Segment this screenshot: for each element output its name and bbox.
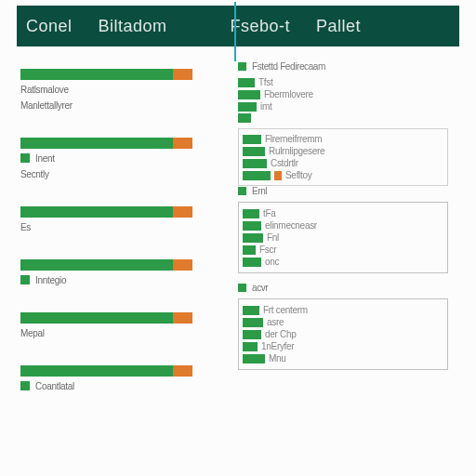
- list-item[interactable]: Mnu: [243, 353, 443, 364]
- right-panel: Fstettd FedirecaamTfstFbermlovereimtFlre…: [238, 61, 448, 379]
- green-chip-icon: [243, 159, 267, 168]
- green-chip-icon: [243, 171, 271, 180]
- header-text: Fstettd Fedirecaam: [252, 61, 325, 72]
- right-block: Frt centermasreder Chp1nEryferMnu: [238, 298, 448, 370]
- list-item[interactable]: imt: [238, 101, 448, 112]
- progress-bar: [20, 69, 216, 80]
- green-chip-icon: [243, 233, 263, 243]
- list-item-text: Fscr: [259, 245, 443, 255]
- left-label-row: Coantlatal: [20, 379, 216, 392]
- list-item-text: onc: [265, 257, 443, 267]
- header-text: Ernl: [252, 186, 267, 196]
- list-item[interactable]: Fnl: [243, 232, 443, 243]
- right-block: tFaelinmecneasrFnlFscronc: [238, 202, 448, 273]
- bullet-icon: [20, 381, 30, 390]
- list-item-text: imt: [260, 101, 448, 112]
- list-item-text: Sefltoy: [285, 170, 443, 180]
- left-label-row: Inntegio: [20, 273, 216, 286]
- header-separator: [234, 2, 236, 61]
- green-chip-icon: [243, 221, 261, 231]
- green-chip-icon: [243, 318, 263, 327]
- header-icon: [238, 284, 246, 292]
- block-header: Ernl: [238, 186, 448, 196]
- left-label-row: Inent: [20, 152, 216, 165]
- green-chip-icon: [243, 354, 265, 364]
- left-label-text: Es: [20, 222, 31, 232]
- list-item[interactable]: Flrerneifrremm: [243, 134, 443, 144]
- list-item[interactable]: Rulrnlipgesere: [243, 146, 443, 156]
- list-item[interactable]: Fbermlovere: [238, 89, 448, 99]
- left-group: Mepal: [20, 312, 216, 339]
- left-label-row: Secntly: [20, 167, 216, 180]
- right-block: TfstFbermlovereimt: [238, 77, 448, 123]
- list-item-text: asre: [267, 317, 443, 327]
- tab-pallet[interactable]: Pallet: [316, 17, 361, 36]
- list-item[interactable]: [238, 113, 448, 123]
- left-label-text: Inntegio: [35, 275, 66, 285]
- green-chip-icon: [243, 306, 259, 315]
- bullet-icon: [20, 275, 30, 284]
- list-item[interactable]: Frt centerm: [243, 305, 443, 315]
- tab-fsebo[interactable]: Fsebo-t: [231, 17, 291, 36]
- left-group: InentSecntly: [20, 138, 216, 180]
- list-item-text: 1nEryfer: [261, 341, 443, 351]
- progress-bar: [20, 365, 216, 377]
- top-header-bar: Conel Biltadom Fsebo-t Pallet: [17, 6, 459, 46]
- left-label-text: Secntly: [20, 169, 49, 179]
- green-chip-icon: [238, 78, 255, 87]
- green-chip-icon: [243, 258, 261, 267]
- tab-conel[interactable]: Conel: [26, 17, 73, 36]
- left-label-row: Mepal: [20, 326, 216, 339]
- list-item[interactable]: Cstdrtlr: [243, 158, 443, 168]
- list-item-text: tFa: [263, 208, 443, 218]
- green-chip-icon: [243, 209, 259, 218]
- list-item[interactable]: Fscr: [243, 245, 443, 255]
- list-item[interactable]: der Chp: [243, 329, 443, 339]
- list-item[interactable]: asre: [243, 317, 443, 327]
- block-header: Fstettd Fedirecaam: [238, 61, 448, 72]
- list-item-text: Rulrnlipgesere: [269, 146, 443, 156]
- bullet-icon: [20, 153, 30, 163]
- list-item[interactable]: onc: [243, 257, 443, 267]
- list-item[interactable]: tFa: [243, 208, 443, 218]
- header-text: acvr: [252, 283, 268, 293]
- progress-bar: [20, 206, 216, 218]
- right-subblock: FlrerneifrremmRulrnlipgesereCstdrtlrSefl…: [238, 128, 448, 186]
- left-group: Es: [20, 206, 216, 233]
- list-item[interactable]: Sefltoy: [243, 170, 443, 180]
- list-item-text: Mnu: [269, 353, 443, 364]
- list-item-text: elinmecneasr: [265, 220, 443, 231]
- list-item-text: Fnl: [267, 232, 443, 243]
- list-item[interactable]: 1nEryfer: [243, 341, 443, 351]
- left-label-row: Es: [20, 220, 216, 233]
- green-chip-icon: [243, 245, 256, 255]
- left-group: Inntegio: [20, 259, 216, 286]
- orange-chip-icon: [274, 171, 282, 180]
- progress-bar: [20, 138, 216, 149]
- tab-biltadom[interactable]: Biltadom: [99, 17, 167, 36]
- list-item-text: Fbermlovere: [264, 89, 448, 99]
- left-label-row: Manlettallyrer: [20, 99, 216, 112]
- list-item[interactable]: Tfst: [238, 77, 448, 87]
- left-group: RatlsmaloveManlettallyrer: [20, 69, 216, 112]
- left-label-text: Coantlatal: [35, 381, 74, 391]
- list-item-text: Frt centerm: [263, 305, 443, 315]
- left-label-text: Ratlsmalove: [20, 85, 69, 95]
- progress-bar: [20, 259, 216, 271]
- left-label-text: Inent: [35, 153, 55, 164]
- green-chip-icon: [243, 147, 265, 156]
- green-chip-icon: [238, 102, 257, 112]
- header-icon: [238, 62, 246, 71]
- list-item-text: Tfst: [258, 77, 448, 87]
- left-group: Coantlatal: [20, 365, 216, 392]
- left-label-text: Manlettallyrer: [20, 100, 73, 111]
- left-label-text: Mepal: [20, 328, 45, 338]
- block-header: acvr: [238, 283, 448, 293]
- header-icon: [238, 187, 246, 195]
- green-chip-icon: [238, 113, 251, 123]
- progress-bar: [20, 312, 216, 324]
- green-chip-icon: [243, 135, 261, 144]
- green-chip-icon: [243, 330, 261, 339]
- list-item[interactable]: elinmecneasr: [243, 220, 443, 231]
- list-item-text: Cstdrtlr: [271, 158, 443, 168]
